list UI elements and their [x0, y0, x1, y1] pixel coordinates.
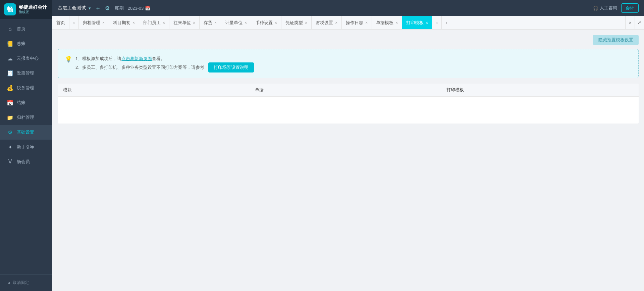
col-template: 打印模板 [441, 84, 639, 96]
tab-unit[interactable]: 计量单位× [221, 16, 251, 30]
tab-label-single-template: 单据模板 [376, 20, 393, 26]
tab-label-tax-settings: 财税设置 [316, 20, 333, 26]
tax-icon: 💰 [7, 85, 13, 91]
archive-label: 归档管理 [17, 114, 34, 120]
tab-expand-icon[interactable]: ⤢ [635, 16, 644, 30]
help-button[interactable]: 🎧 人工咨询 [593, 5, 617, 11]
info-line-2: 2、多员工、多打印机、多种业务类型设置不同打印方案等，请参考 打印场景设置说明 [75, 62, 632, 72]
add-company-icon[interactable]: ＋ [95, 4, 101, 12]
tab-print-template[interactable]: 打印模板× [402, 16, 432, 30]
sidebar-item-reports[interactable]: ☁ 云报表中心 [0, 51, 52, 66]
topbar-right: 🎧 人工咨询 会计 [593, 3, 639, 13]
logo-icon: 畅 [4, 3, 16, 15]
tax-label: 税务管理 [17, 85, 34, 91]
sidebar-logo: 畅 畅捷通好会计 旗舰版 [0, 0, 52, 19]
tab-label-currency: 币种设置 [255, 20, 273, 26]
print-template-table: 模块 单据 打印模板 [58, 84, 639, 124]
company-dropdown-icon[interactable]: ▾ [89, 6, 91, 11]
tab-close-tax-settings[interactable]: × [335, 20, 337, 25]
topbar: 基层工会测试 ▾ ＋ ⚙ 账期 2023-03 📅 🎧 人工咨询 会计 [52, 0, 644, 16]
reports-icon: ☁ [7, 55, 13, 62]
closing-label: 结账 [17, 100, 25, 106]
headset-icon: 🎧 [593, 6, 598, 11]
tab-close-print-template[interactable]: × [426, 20, 428, 25]
ledger-icon: 📒 [7, 40, 13, 47]
info-box: 💡 1、模板添加成功后，请点击刷新新页面查看。 2、多员工、多打印机、多种业务类… [58, 49, 639, 78]
tab-home[interactable]: 首页 [52, 16, 69, 30]
tab-operation-log[interactable]: 操作日志× [342, 16, 372, 30]
ledger-label: 总账 [17, 41, 25, 47]
refresh-link[interactable]: 点击刷新新页面 [121, 56, 152, 61]
account-button[interactable]: 会计 [621, 3, 639, 13]
sidebar: 畅 畅捷通好会计 旗舰版 ⌂ 首页 📒 总账 ☁ 云报表中心 🧾 发票管理 💰 … [0, 0, 52, 291]
sidebar-item-archive[interactable]: 📁 归档管理 [0, 110, 52, 125]
tab-department[interactable]: 部门员工× [139, 16, 169, 30]
tab-close-all-icon[interactable]: × [625, 16, 635, 30]
company-name: 基层工会测试 [58, 5, 86, 11]
tab-label-subject: 科目期初 [113, 20, 130, 26]
logo-text: 畅捷通好会计 旗舰版 [19, 4, 47, 15]
hide-preview-button[interactable]: 隐藏预置模板设置 [593, 35, 639, 45]
tab-close-department[interactable]: × [163, 20, 165, 25]
sidebar-item-closing[interactable]: 📅 结账 [0, 95, 52, 110]
sidebar-item-invoice[interactable]: 🧾 发票管理 [0, 66, 52, 81]
sidebar-footer-unpin[interactable]: ◄ 取消固定 [0, 274, 52, 291]
sidebar-nav: ⌂ 首页 📒 总账 ☁ 云报表中心 🧾 发票管理 💰 税务管理 📅 结账 📁 归… [0, 19, 52, 274]
guide-icon: ✦ [7, 144, 13, 150]
col-module: 模块 [58, 84, 250, 96]
settings-label: 基础设置 [17, 129, 34, 135]
tabbar: 首页‹归档管理×科目期初×部门员工×往来单位×存货×计量单位×币种设置×凭证类型… [52, 16, 644, 30]
tab-close-subject[interactable]: × [132, 20, 135, 25]
reports-label: 云报表中心 [17, 55, 39, 61]
tab-tax-settings[interactable]: 财税设置× [312, 16, 342, 30]
sidebar-item-settings[interactable]: ⚙ 基础设置 [0, 125, 52, 140]
tab-voucher[interactable]: 凭证类型× [281, 16, 312, 30]
tab-close-archive[interactable]: × [102, 20, 105, 25]
table-header: 模块 单据 打印模板 [58, 84, 639, 97]
tab-close-operation-log[interactable]: × [365, 20, 368, 25]
lightbulb-icon: 💡 [65, 55, 72, 63]
settings-gear-icon[interactable]: ⚙ [105, 5, 110, 11]
tab-currency[interactable]: 币种设置× [251, 16, 281, 30]
sidebar-item-guide[interactable]: ✦ 新手引导 [0, 140, 52, 154]
info-line-1: 1、模板添加成功后，请点击刷新新页面查看。 [75, 55, 632, 62]
calendar-icon[interactable]: 📅 [145, 6, 150, 11]
tab-close-partner[interactable]: × [193, 20, 195, 25]
member-icon: V [7, 158, 13, 165]
scene-settings-button[interactable]: 打印场景设置说明 [208, 62, 254, 72]
tab-close-unit[interactable]: × [245, 20, 247, 25]
tab-label-operation-log: 操作日志 [346, 20, 363, 26]
sidebar-footer-label: 取消固定 [13, 280, 29, 286]
tab-next-icon[interactable]: › [442, 16, 451, 30]
tab-single-template[interactable]: 单据模板× [372, 16, 402, 30]
sidebar-item-tax[interactable]: 💰 税务管理 [0, 81, 52, 95]
topbar-left: 基层工会测试 ▾ ＋ ⚙ 账期 2023-03 📅 [58, 4, 150, 12]
home-icon: ⌂ [7, 26, 13, 32]
tab-close-currency[interactable]: × [275, 20, 277, 25]
tab-archive[interactable]: 归档管理× [79, 16, 109, 30]
tab-subject[interactable]: 科目期初× [109, 16, 139, 30]
member-label: 畅会员 [17, 159, 30, 165]
tab-label-department: 部门员工 [143, 20, 161, 26]
archive-icon: 📁 [7, 114, 13, 121]
table-body [58, 97, 639, 124]
sidebar-item-home[interactable]: ⌂ 首页 [0, 21, 52, 36]
col-document: 单据 [250, 84, 441, 96]
tab-inventory[interactable]: 存货× [200, 16, 221, 30]
tab-close-single-template[interactable]: × [395, 20, 398, 25]
main-area: 基层工会测试 ▾ ＋ ⚙ 账期 2023-03 📅 🎧 人工咨询 会计 [52, 0, 644, 291]
tab-partner[interactable]: 往来单位× [169, 16, 200, 30]
unpin-icon: ◄ [7, 281, 11, 285]
tab-back-icon[interactable]: ‹ [69, 16, 79, 30]
invoice-icon: 🧾 [7, 70, 13, 77]
sidebar-item-member[interactable]: V 畅会员 [0, 154, 52, 169]
sidebar-item-ledger[interactable]: 📒 总账 [0, 36, 52, 51]
home-label: 首页 [17, 26, 25, 32]
tab-label-voucher: 凭证类型 [285, 20, 303, 26]
guide-label: 新手引导 [17, 144, 34, 150]
invoice-label: 发票管理 [17, 70, 34, 76]
tab-close-inventory[interactable]: × [214, 20, 217, 25]
tab-prev-icon[interactable]: ‹ [432, 16, 442, 30]
tab-close-voucher[interactable]: × [305, 20, 307, 25]
hide-preview-section: 隐藏预置模板设置 [58, 35, 639, 45]
